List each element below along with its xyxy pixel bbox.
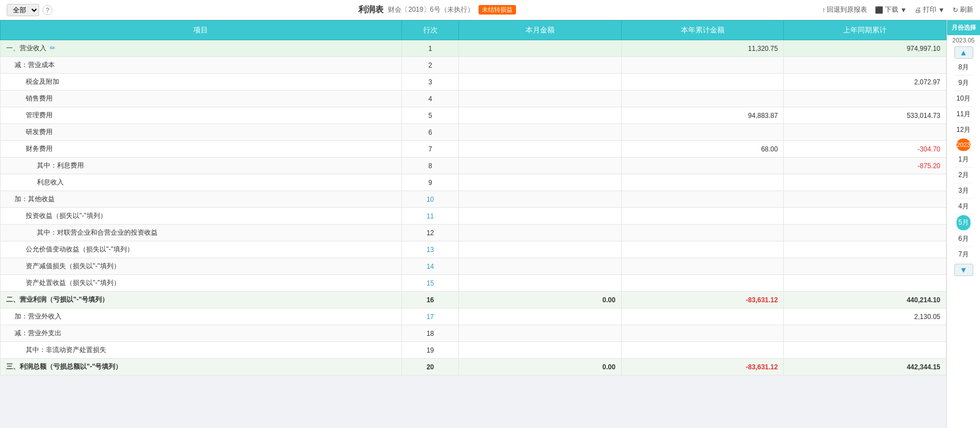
- row-prev-amount: [784, 124, 946, 141]
- month-item[interactable]: 6月: [954, 231, 972, 247]
- month-down-button[interactable]: ▼: [954, 264, 973, 276]
- row-prev-amount: 974,997.10: [784, 40, 946, 57]
- month-item[interactable]: 2023: [957, 139, 970, 151]
- row-item-name: 税金及附加: [1, 74, 402, 91]
- table-row: 投资收益（损失以"-"填列）11: [1, 208, 946, 225]
- download-button[interactable]: ⬛ 下载 ▼: [875, 5, 907, 15]
- table-row: 其中：对联营企业和合营企业的投资收益12: [1, 225, 946, 241]
- scope-dropdown[interactable]: 全部: [7, 4, 39, 16]
- table-row: 研发费用6: [1, 124, 946, 141]
- report-title: 利润表: [358, 4, 384, 15]
- row-prev-amount: [784, 91, 946, 107]
- month-item[interactable]: 11月: [954, 107, 972, 122]
- row-prev-amount: [784, 225, 946, 241]
- month-item[interactable]: 4月: [954, 199, 972, 215]
- row-number: 7: [401, 141, 459, 158]
- row-item-name: 投资收益（损失以"-"填列）: [1, 208, 402, 225]
- row-month-amount: [459, 258, 622, 275]
- print-button[interactable]: 🖨 打印 ▼: [915, 5, 945, 15]
- row-month-amount: [459, 308, 622, 325]
- row-prev-amount: [784, 191, 946, 208]
- row-ytd-amount: [621, 241, 784, 258]
- row-prev-amount: -304.70: [784, 141, 946, 158]
- row-prev-amount: -875.20: [784, 158, 946, 174]
- row-item-name: 三、利润总额（亏损总额以"-"号填列）: [1, 359, 402, 375]
- row-month-amount: [459, 107, 622, 124]
- row-prev-amount: [784, 258, 946, 275]
- row-ytd-amount: -83,631.12: [621, 359, 784, 375]
- table-row: 销售费用4: [1, 91, 946, 107]
- row-number: 17: [401, 308, 459, 325]
- row-month-amount: [459, 191, 622, 208]
- row-month-amount: [459, 275, 622, 292]
- row-month-amount: [459, 91, 622, 107]
- row-number: 12: [401, 225, 459, 241]
- row-month-amount: [459, 174, 622, 191]
- back-button[interactable]: ↑ 回退到原报表: [822, 5, 867, 15]
- top-bar-left: 全部 ?: [7, 4, 53, 16]
- row-ytd-amount: [621, 158, 784, 174]
- row-number: 6: [401, 124, 459, 141]
- row-prev-amount: [784, 208, 946, 225]
- row-number: 8: [401, 158, 459, 174]
- row-ytd-amount: [621, 57, 784, 74]
- row-ytd-amount: [621, 208, 784, 225]
- row-number: 3: [401, 74, 459, 91]
- month-item[interactable]: 8月: [954, 60, 972, 75]
- row-item-name: 其中：利息费用: [1, 158, 402, 174]
- row-ytd-amount: -83,631.12: [621, 292, 784, 308]
- row-number: 1: [401, 40, 459, 57]
- col-header-item: 项目: [1, 21, 402, 40]
- month-item[interactable]: 9月: [954, 75, 972, 91]
- row-ytd-amount: [621, 308, 784, 325]
- month-item[interactable]: 10月: [954, 91, 972, 107]
- month-item[interactable]: 7月: [954, 247, 972, 263]
- row-number: 9: [401, 174, 459, 191]
- table-row: 一、营业收入✏111,320.75974,997.10: [1, 40, 946, 57]
- row-number: 14: [401, 258, 459, 275]
- row-prev-amount: [784, 241, 946, 258]
- row-month-amount: [459, 124, 622, 141]
- row-number: 19: [401, 342, 459, 359]
- col-header-row: 行次: [401, 21, 459, 40]
- row-number: 16: [401, 292, 459, 308]
- row-ytd-amount: 68.00: [621, 141, 784, 158]
- month-item[interactable]: 3月: [954, 183, 972, 199]
- row-ytd-amount: [621, 91, 784, 107]
- row-ytd-amount: [621, 225, 784, 241]
- row-prev-amount: [784, 57, 946, 74]
- row-prev-amount: [784, 342, 946, 359]
- top-bar-right: ↑ 回退到原报表 ⬛ 下载 ▼ 🖨 打印 ▼ ↻ 刷新: [822, 5, 973, 15]
- table-row: 公允价值变动收益（损失以"-"填列）13: [1, 241, 946, 258]
- row-ytd-amount: [621, 124, 784, 141]
- table-row: 其中：非流动资产处置损失19: [1, 342, 946, 359]
- row-month-amount: [459, 57, 622, 74]
- month-up-button[interactable]: ▲: [954, 46, 973, 59]
- table-row: 财务费用768.00-304.70: [1, 141, 946, 158]
- row-item-name: 利息收入: [1, 174, 402, 191]
- table-row: 资产减值损失（损失以"-"填列）14: [1, 258, 946, 275]
- row-item-name: 资产减值损失（损失以"-"填列）: [1, 258, 402, 275]
- row-number: 4: [401, 91, 459, 107]
- row-month-amount: 0.00: [459, 359, 622, 375]
- refresh-button[interactable]: ↻ 刷新: [953, 5, 973, 15]
- sidebar-header: 月份选择: [947, 20, 980, 35]
- month-item[interactable]: 2月: [954, 168, 972, 183]
- table-row: 三、利润总额（亏损总额以"-"号填列）200.00-83,631.12442,3…: [1, 359, 946, 375]
- month-item[interactable]: 1月: [954, 152, 972, 168]
- row-ytd-amount: [621, 74, 784, 91]
- row-item-name: 其中：对联营企业和合营企业的投资收益: [1, 225, 402, 241]
- row-item-name: 一、营业收入✏: [1, 40, 402, 57]
- row-prev-amount: 440,214.10: [784, 292, 946, 308]
- row-prev-amount: [784, 174, 946, 191]
- table-area: 项目 行次 本月金额 本年累计金额 上年同期累计 一、营业收入✏111,320.…: [0, 20, 946, 428]
- row-prev-amount: 2,072.97: [784, 74, 946, 91]
- row-prev-amount: 442,344.15: [784, 359, 946, 375]
- month-item[interactable]: 5月: [957, 215, 970, 231]
- row-prev-amount: [784, 325, 946, 342]
- month-item[interactable]: 12月: [954, 122, 972, 138]
- row-item-name: 公允价值变动收益（损失以"-"填列）: [1, 241, 402, 258]
- edit-icon[interactable]: ✏: [50, 44, 55, 52]
- help-icon[interactable]: ?: [42, 5, 53, 15]
- main-container: 项目 行次 本月金额 本年累计金额 上年同期累计 一、营业收入✏111,320.…: [0, 20, 980, 428]
